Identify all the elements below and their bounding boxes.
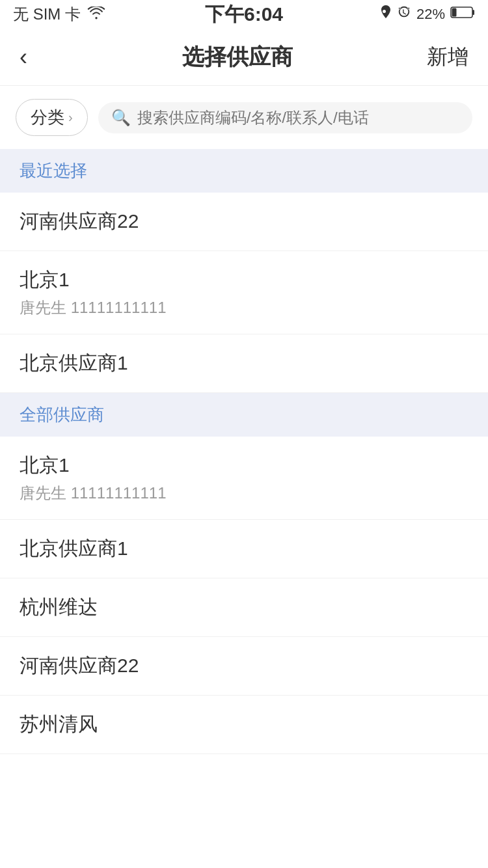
item-name: 苏州清风: [20, 711, 468, 738]
alarm-icon: [397, 5, 411, 23]
item-name: 北京1: [20, 267, 468, 293]
search-input[interactable]: [137, 109, 459, 127]
sections-container: 最近选择河南供应商22北京1唐先生 11111111111北京供应商1全部供应商…: [0, 149, 488, 754]
list-item[interactable]: 北京1唐先生 11111111111: [0, 251, 488, 334]
add-button[interactable]: 新增: [416, 43, 468, 72]
section-header-recent: 最近选择: [0, 149, 488, 193]
nav-bar: ‹ 选择供应商 新增: [0, 29, 488, 86]
carrier-text: 无 SIM 卡: [13, 4, 81, 25]
status-left: 无 SIM 卡: [13, 4, 105, 25]
battery-icon: [450, 6, 475, 23]
item-name: 北京1: [20, 452, 468, 479]
list-item[interactable]: 河南供应商22: [0, 637, 488, 696]
chevron-right-icon: ›: [68, 110, 73, 125]
location-icon: [380, 5, 392, 23]
section-header-all: 全部供应商: [0, 393, 488, 437]
status-bar: 无 SIM 卡 下午6:04 22%: [0, 0, 488, 29]
battery-text: 22%: [416, 6, 445, 23]
status-time: 下午6:04: [205, 1, 283, 28]
search-icon: 🔍: [111, 109, 131, 127]
list-item[interactable]: 河南供应商22: [0, 193, 488, 251]
back-button[interactable]: ‹: [20, 44, 59, 71]
svg-rect-2: [472, 10, 474, 15]
item-name: 北京供应商1: [20, 350, 468, 377]
item-name: 河南供应商22: [20, 208, 468, 235]
search-filter-bar: 分类 › 🔍: [0, 86, 488, 149]
wifi-icon: [87, 5, 105, 23]
list-item[interactable]: 北京供应商1: [0, 334, 488, 393]
list-item[interactable]: 北京供应商1: [0, 520, 488, 578]
status-right: 22%: [380, 5, 475, 23]
list-item[interactable]: 杭州维达: [0, 578, 488, 637]
page-title: 选择供应商: [59, 42, 416, 72]
list-item[interactable]: 北京1唐先生 11111111111: [0, 437, 488, 520]
item-sub: 唐先生 11111111111: [20, 483, 468, 504]
search-input-wrap: 🔍: [98, 102, 472, 133]
category-label: 分类: [31, 106, 64, 129]
item-name: 杭州维达: [20, 594, 468, 621]
svg-rect-1: [452, 8, 457, 17]
category-filter-button[interactable]: 分类 ›: [16, 99, 88, 136]
list-item[interactable]: 苏州清风: [0, 696, 488, 754]
item-sub: 唐先生 11111111111: [20, 297, 468, 318]
item-name: 河南供应商22: [20, 653, 468, 679]
item-name: 北京供应商1: [20, 536, 468, 562]
